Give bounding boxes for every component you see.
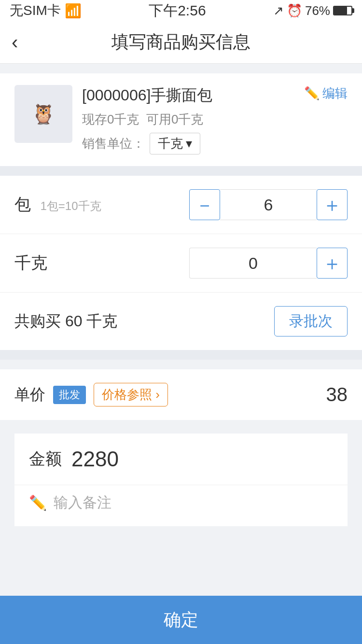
battery-level: 76% [305,3,330,18]
back-button[interactable]: ‹ [12,31,18,53]
note-placeholder: 输入备注 [54,493,111,513]
status-bar: 无SIM卡 📶 下午2:56 ↗ ⏰ 76% [0,0,362,21]
summary-row: 共购买 60 千克 录批次 [0,293,362,350]
product-thumbnail: 🦉 [14,85,72,143]
note-row[interactable]: ✏️ 输入备注 [14,485,348,526]
price-type-badge: 批发 [53,386,86,404]
alarm-icon: ⏰ [287,3,302,18]
confirm-button[interactable]: 确定 [0,596,362,644]
product-logo: 🦉 [31,103,56,126]
price-reference-button[interactable]: 价格参照 › [94,383,168,406]
product-stock: 现存0千克 可用0千克 [82,111,348,128]
edit-icon: ✏️ [304,86,320,101]
package-label: 包 1包=10千克 [14,194,189,216]
kg-quantity-input[interactable] [189,248,317,279]
amount-row: 金额 2280 [14,434,348,485]
battery-icon [333,6,352,15]
input-section: 包 1包=10千克 － ＋ 千克 ＋ 共购买 60 千克 录批次 [0,176,362,350]
kg-label: 千克 [14,252,189,274]
amount-label: 金额 [29,448,62,470]
chevron-down-icon: ▾ [186,136,192,151]
status-right: ↗ ⏰ 76% [273,3,352,18]
status-left: 无SIM卡 📶 [10,1,82,20]
kg-quantity-control: ＋ [189,248,348,279]
price-section: 单价 批发 价格参照 › 38 [0,369,362,420]
package-quantity-input[interactable] [220,189,317,220]
pencil-icon: ✏️ [29,494,47,511]
package-quantity-control: － ＋ [189,189,348,220]
total-summary-text: 共购买 60 千克 [14,311,117,332]
divider-2 [0,350,362,360]
price-value: 38 [326,384,348,406]
package-plus-button[interactable]: ＋ [317,189,348,220]
edit-button[interactable]: ✏️ 编辑 [304,85,348,102]
divider-1 [0,166,362,176]
location-icon: ↗ [273,3,284,18]
nav-bar: ‹ 填写商品购买信息 [0,21,362,64]
amount-value: 2280 [71,447,119,471]
carrier-label: 无SIM卡 [10,1,61,20]
package-input-row: 包 1包=10千克 － ＋ [0,176,362,234]
package-minus-button[interactable]: － [189,189,220,220]
product-unit: 销售单位： 千克 ▾ [82,133,348,154]
batch-record-button[interactable]: 录批次 [274,306,348,336]
kg-input-row: 千克 ＋ [0,234,362,293]
status-time: 下午2:56 [149,1,206,21]
amount-section: 金额 2280 ✏️ 输入备注 [0,420,362,526]
package-hint: 1包=10千克 [40,199,101,212]
unit-select[interactable]: 千克 ▾ [150,133,200,154]
wifi-icon: 📶 [65,3,82,19]
kg-plus-button[interactable]: ＋ [317,248,348,279]
product-card: 🦉 [0000006]手撕面包 现存0千克 可用0千克 销售单位： 千克 ▾ ✏… [0,73,362,166]
price-label: 单价 [14,384,45,406]
page-title: 填写商品购买信息 [111,30,251,54]
